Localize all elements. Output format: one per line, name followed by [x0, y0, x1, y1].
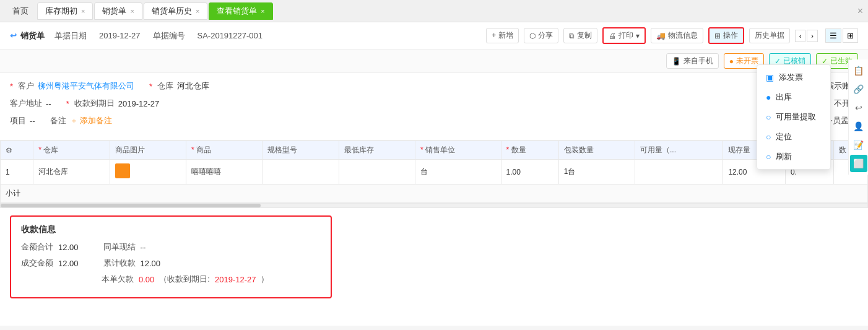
out-stock-icon: ● — [766, 92, 771, 102]
due-date-value: 2019-12-27 — [118, 99, 160, 108]
date-value: 2019-12-27 — [99, 31, 141, 40]
operate-icon: ⊞ — [714, 32, 721, 40]
col-img: 商品图片 — [110, 141, 186, 160]
tab-sales-history-close[interactable]: × — [196, 7, 199, 15]
history-button[interactable]: 历史单据 — [749, 28, 790, 43]
sidebar-expand-icon[interactable]: ⬜ — [850, 155, 867, 172]
customer-field: * 客户 柳州粤港平安气体有限公司 — [10, 80, 134, 92]
doc-title-text: 销货单 — [20, 30, 45, 41]
tab-sales-order[interactable]: 销货单 × — [94, 2, 142, 20]
row-unit: 台 — [415, 160, 501, 185]
no-value: SA-20191227-001 — [197, 31, 263, 40]
right-sidebar: 📋 🔗 ↩ 👤 📝 ⬜ — [848, 59, 868, 175]
tab-inventory-close[interactable]: × — [81, 7, 85, 15]
doc-title: ↩ 销货单 — [10, 30, 45, 41]
payment-info: 收款信息 金额合计 12.00 同单现结 -- 成交金额 12.00 累计收款 — [10, 215, 332, 298]
payment-row-3: 本单欠款 0.00 （收款到期日: 2019-12-27 ） — [21, 274, 321, 285]
tab-sales-order-close[interactable]: × — [130, 7, 134, 15]
col-min-stock: 最低库存 — [339, 141, 415, 160]
prev-button[interactable]: ‹ — [795, 30, 806, 42]
horizontal-scrollbar[interactable] — [0, 203, 868, 208]
row-available — [635, 160, 723, 185]
refresh-item[interactable]: ○ 刷新 — [757, 147, 830, 167]
list-view-button[interactable]: ☰ — [825, 28, 841, 43]
subtotal-row: 小计 — [1, 185, 868, 203]
doc-actions: + 新增 ⬡ 分享 ⧉ 复制 🖨 打印 ▾ 🚚 物流信息 ⊞ 操作 — [486, 27, 858, 44]
out-stock-item[interactable]: ● 出库 — [757, 87, 830, 107]
sidebar-back-icon[interactable]: ↩ — [850, 99, 867, 116]
col-warehouse: * 仓库 — [33, 141, 110, 160]
subtotal-label: 小计 — [1, 185, 868, 203]
doc-title-icon: ↩ — [10, 31, 17, 40]
address-value: -- — [46, 99, 51, 108]
sidebar-link-icon[interactable]: 🔗 — [850, 80, 867, 98]
available-qty-item[interactable]: ○ 可用量提取 — [757, 107, 830, 127]
col-product: * 商品 — [186, 141, 262, 160]
due-date-payment: 2019-12-27 — [215, 275, 256, 284]
data-table: ⚙ * 仓库 商品图片 * 商品 规格型号 最低库存 * 销售单位 * 数量 包… — [0, 141, 868, 203]
row-product: 嘻嘻嘻嘻 — [186, 160, 262, 185]
product-image — [115, 163, 130, 178]
table-section: ⚙ * 仓库 商品图片 * 商品 规格型号 最低库存 * 销售单位 * 数量 包… — [0, 141, 868, 208]
table-header-row: ⚙ * 仓库 商品图片 * 商品 规格型号 最低库存 * 销售单位 * 数量 包… — [1, 141, 868, 160]
operate-dropdown: ▣ 添发票 ● 出库 ○ 可用量提取 ○ 定位 ○ 刷新 — [757, 64, 831, 170]
payment-row-1: 金额合计 12.00 同单现结 -- — [21, 241, 321, 253]
add-invoice-icon: ▣ — [766, 72, 774, 82]
tab-check-sales-close[interactable]: × — [261, 7, 264, 15]
cumulative-value: 12.00 — [141, 259, 161, 268]
logistics-icon: 🚚 — [656, 32, 666, 40]
form-row-2: 客户地址 -- * 收款到期日 2019-12-27 * 票据类型 不开票 — [10, 98, 858, 109]
col-available: 可用量（... — [635, 141, 723, 160]
new-button[interactable]: + 新增 — [486, 28, 518, 43]
same-order-value: -- — [141, 243, 146, 252]
sidebar-note-icon[interactable]: 📝 — [850, 136, 867, 154]
tab-check-sales[interactable]: 查看销货单 × — [209, 2, 272, 20]
total-amount-item: 金额合计 12.00 — [21, 241, 79, 253]
table-row: 1 河北仓库 嘻嘻嘻嘻 台 1.00 1台 12.00 0. — [1, 160, 868, 185]
operate-button[interactable]: ⊞ 操作 — [708, 27, 744, 44]
row-warehouse: 河北仓库 — [33, 160, 110, 185]
sub-toolbar: 📱 来自手机 ● 未开票 ✓ 已核销 ✓ 已生效 — [0, 50, 868, 73]
copy-button[interactable]: ⧉ 复制 — [563, 28, 597, 43]
payment-row-2: 成交金额 12.00 累计收款 12.00 — [21, 258, 321, 269]
col-spec: 规格型号 — [263, 141, 339, 160]
print-icon: 🖨 — [609, 32, 616, 40]
print-button[interactable]: 🖨 打印 ▾ — [602, 27, 646, 44]
add-note-button[interactable]: ＋ 添加备注 — [70, 115, 112, 126]
grid-view-button[interactable]: ⊞ — [843, 28, 858, 43]
share-button[interactable]: ⬡ 分享 — [524, 28, 558, 43]
row-img — [110, 160, 186, 185]
next-button[interactable]: › — [807, 30, 818, 42]
tab-bar: 首页 库存期初 × 销货单 × 销货单历史 × 查看销货单 × × — [0, 0, 868, 22]
warehouse-value: 河北仓库 — [177, 80, 209, 92]
col-pack-qty: 包装数量 — [558, 141, 635, 160]
doc-meta: 单据日期 2019-12-27 单据编号 SA-20191227-001 — [54, 30, 263, 41]
tab-inventory[interactable]: 库存期初 × — [37, 2, 93, 20]
address-field: 客户地址 -- — [10, 98, 51, 109]
sidebar-user-icon[interactable]: 👤 — [850, 118, 867, 135]
customer-value[interactable]: 柳州粤港平安气体有限公司 — [38, 80, 134, 92]
close-window-button[interactable]: × — [857, 6, 863, 17]
locate-item[interactable]: ○ 定位 — [757, 127, 830, 147]
refresh-icon: ○ — [766, 152, 771, 162]
form-row-3: 项目 -- 备注 ＋ 添加备注 * 业务员孟 -- — [10, 115, 858, 126]
same-order-item: 同单现结 -- — [103, 241, 146, 253]
row-no: 1 — [1, 160, 33, 185]
row-min-stock — [339, 160, 415, 185]
date-label: 单据日期 — [54, 30, 87, 41]
from-phone-button[interactable]: 📱 来自手机 — [666, 53, 719, 69]
nav-arrows: ‹ › — [795, 30, 818, 42]
sidebar-doc-icon[interactable]: 📋 — [850, 62, 867, 79]
form-section: * 客户 柳州粤港平安气体有限公司 * 仓库 河北仓库 业务员 演示账号 客户地… — [0, 73, 868, 141]
project-field: 项目 -- — [10, 115, 35, 126]
bottom-section: 收款信息 金额合计 12.00 同单现结 -- 成交金额 12.00 累计收款 — [0, 208, 868, 306]
row-pack-qty: 1台 — [558, 160, 635, 185]
add-invoice-item[interactable]: ▣ 添发票 — [757, 67, 830, 87]
deal-amount-item: 成交金额 12.00 — [21, 258, 79, 269]
tab-sales-history[interactable]: 销货单历史 × — [144, 2, 207, 20]
copy-icon: ⧉ — [569, 32, 575, 40]
settings-icon[interactable]: ⚙ — [6, 146, 12, 155]
logistics-button[interactable]: 🚚 物流信息 — [651, 28, 703, 43]
warehouse-field: * 仓库 河北仓库 — [149, 80, 209, 92]
tab-home[interactable]: 首页 — [5, 6, 36, 17]
